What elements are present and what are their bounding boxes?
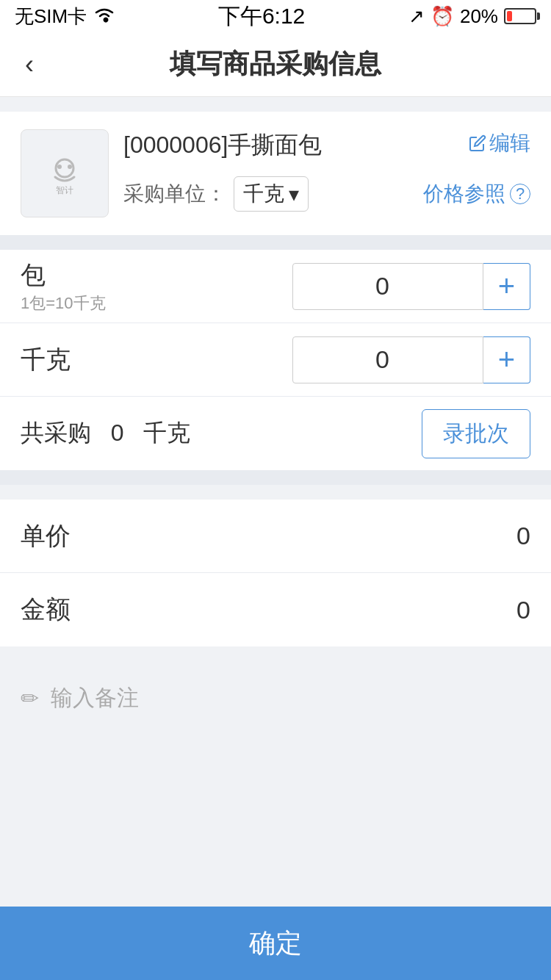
unit-select[interactable]: 千克 ▾ [234,176,309,212]
amount-label: 金额 [21,593,71,627]
price-ref-label: 价格参照 [423,180,505,208]
bag-label: 包 1包=10千克 [21,259,109,314]
edit-label: 编辑 [489,129,530,157]
kg-input-row: 千克 + [0,323,551,397]
carrier-text: 无SIM卡 [15,4,87,29]
notes-section[interactable]: ✏ 输入备注 [0,661,551,735]
status-left: 无SIM卡 [15,4,115,29]
summary-text: 共采购 0 千克 [21,417,190,450]
summary-label: 共采购 [21,419,91,446]
quantity-input-section: 包 1包=10千克 + 千克 + [0,250,551,397]
summary-unit: 千克 [143,419,190,446]
product-name-row: [0000006]手撕面包 编辑 [123,129,530,162]
summary-value: 0 [111,419,124,446]
status-time: 下午6:12 [218,1,305,32]
product-info: [0000006]手撕面包 编辑 采购单位： 千克 ▾ 价格参照 ? [123,129,530,212]
edit-button[interactable]: 编辑 [469,129,530,157]
unit-price-label: 单价 [21,519,71,553]
price-ref-help-icon: ? [510,184,530,204]
nav-bar: ‹ 填写商品采购信息 [0,32,551,97]
amount-row: 金额 0 [0,573,551,646]
alarm-icon: ⏰ [431,5,454,28]
confirm-button-label: 确定 [249,926,302,962]
section-divider-1 [0,235,551,250]
svg-point-2 [68,165,72,169]
notes-placeholder: 输入备注 [51,683,139,713]
back-button[interactable]: ‹ [18,42,41,87]
bag-label-main: 包 [21,259,109,292]
summary-row: 共采购 0 千克 录批次 [0,397,551,470]
purchase-unit-row: 采购单位： 千克 ▾ 价格参照 ? [123,176,530,212]
svg-point-1 [57,165,62,169]
kg-input-wrapper: + [292,336,530,383]
kg-label: 千克 [21,343,109,377]
bag-quantity-input[interactable] [292,263,483,310]
page-title: 填写商品采购信息 [170,46,381,82]
battery-icon [504,8,536,24]
price-ref-button[interactable]: 价格参照 ? [423,180,530,208]
product-card: 智计 [0000006]手撕面包 编辑 采购单位： 千克 ▾ [0,112,551,235]
battery-percent: 20% [460,5,498,28]
bag-label-sub: 1包=10千克 [21,292,109,314]
location-icon: ↗ [408,5,425,28]
bag-plus-button[interactable]: + [483,263,530,310]
bag-input-wrapper: + [292,263,530,310]
bag-input-row: 包 1包=10千克 + [0,250,551,323]
amount-value: 0 [516,596,530,624]
purchase-unit-label: 采购单位： [123,180,226,208]
unit-price-value: 0 [516,522,530,550]
kg-label-main: 千克 [21,343,109,377]
confirm-button[interactable]: 确定 [0,907,551,980]
kg-quantity-input[interactable] [292,336,483,383]
pencil-icon: ✏ [21,685,39,711]
kg-plus-button[interactable]: + [483,336,530,383]
product-image: 智计 [21,129,109,217]
svg-text:智计: 智计 [56,185,73,195]
batch-button[interactable]: 录批次 [422,409,530,458]
product-name: [0000006]手撕面包 [123,129,322,162]
unit-value: 千克 [243,180,284,208]
wifi-icon [94,5,115,28]
section-divider-2 [0,470,551,485]
price-section: 单价 0 金额 0 [0,500,551,646]
status-right: ↗ ⏰ 20% [408,5,536,28]
dropdown-arrow-icon: ▾ [289,182,299,206]
unit-price-row: 单价 0 [0,500,551,573]
status-bar: 无SIM卡 下午6:12 ↗ ⏰ 20% [0,0,551,32]
